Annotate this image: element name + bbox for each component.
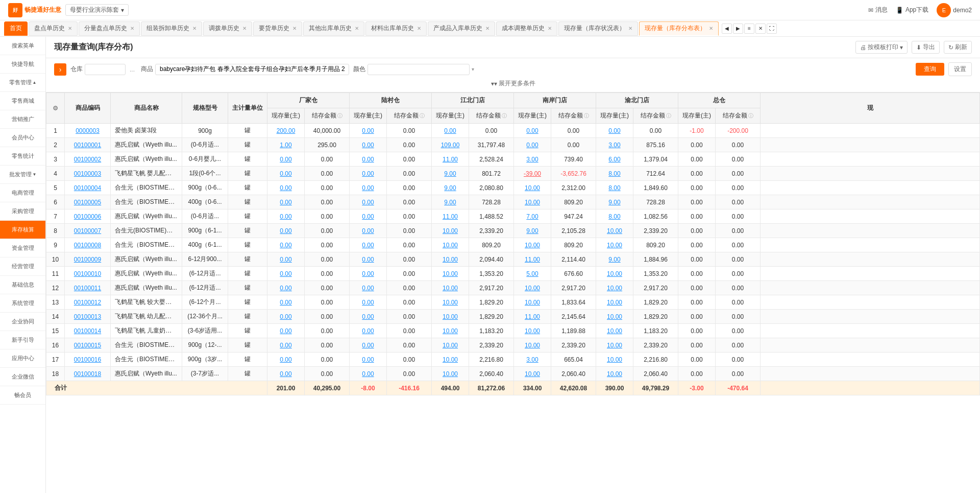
qty-link[interactable]: 0.00 <box>280 342 291 349</box>
code-link[interactable]: 00100016 <box>74 356 101 363</box>
qty-link[interactable]: 9.00 <box>526 227 538 234</box>
qty-link[interactable]: 10.00 <box>443 370 458 378</box>
qty-link[interactable]: 0.00 <box>280 285 291 292</box>
user-area[interactable]: E demo2 <box>937 3 972 17</box>
qty-link[interactable]: 8.00 <box>608 170 620 177</box>
tab-expand-btn[interactable]: ⛶ <box>767 24 777 34</box>
qty-link[interactable]: 9.00 <box>444 199 456 206</box>
qty-link[interactable]: 0.00 <box>526 142 538 149</box>
code-link[interactable]: 00100007 <box>74 227 101 234</box>
sidebar-item-ecommerce[interactable]: 电商管理 <box>0 184 45 202</box>
qty-link[interactable]: 0.00 <box>280 270 291 277</box>
tab-home[interactable]: 首页 <box>4 21 28 36</box>
close-icon[interactable]: ✕ <box>548 26 552 31</box>
collapse-btn[interactable]: › <box>54 63 66 76</box>
qty-link[interactable]: 0.00 <box>362 270 374 277</box>
code-link[interactable]: 00100005 <box>74 199 101 206</box>
refresh-btn[interactable]: ↻ 刷新 <box>944 41 972 54</box>
qty-link[interactable]: 9.00 <box>608 199 620 206</box>
qty-link[interactable]: 10.00 <box>525 327 540 335</box>
close-icon[interactable]: ✕ <box>355 26 359 31</box>
tab-cailiao-history[interactable]: 材料出库单历史 ✕ <box>365 21 427 36</box>
qty-link[interactable]: 0.00 <box>362 213 374 220</box>
close-icon[interactable]: ✕ <box>292 26 297 31</box>
qty-link[interactable]: 0.00 <box>362 256 374 263</box>
qty-link[interactable]: 10.00 <box>607 242 622 249</box>
qty-link[interactable]: 0.00 <box>280 313 291 320</box>
qty-link[interactable]: 0.00 <box>280 256 291 263</box>
code-link[interactable]: 00100012 <box>74 299 101 306</box>
sidebar-item-basic-info[interactable]: 基础信息 <box>0 276 45 294</box>
qty-link[interactable]: 109.00 <box>441 142 460 149</box>
qty-link[interactable]: 0.00 <box>362 156 374 163</box>
qty-link[interactable]: 9.00 <box>444 184 456 192</box>
tab-qita-history[interactable]: 其他出库单历史 ✕ <box>303 21 364 36</box>
qty-link[interactable]: 10.00 <box>607 285 622 292</box>
tab-yaohuo-history[interactable]: 要货单历史 ✕ <box>253 21 302 36</box>
tab-xiancun-dist[interactable]: 现存量（库存分布表） ✕ <box>639 21 719 36</box>
qty-link[interactable]: 0.00 <box>362 299 374 306</box>
qty-link[interactable]: 10.00 <box>607 356 622 363</box>
qty-link[interactable]: 11.00 <box>525 313 540 320</box>
qty-link[interactable]: 10.00 <box>443 327 458 335</box>
qty-link[interactable]: 10.00 <box>443 313 458 320</box>
qty-link[interactable]: 11.00 <box>525 256 540 263</box>
qty-link[interactable]: 0.00 <box>280 199 291 206</box>
code-link[interactable]: 00100011 <box>74 285 101 292</box>
color-input[interactable] <box>368 64 470 75</box>
close-icon[interactable]: ✕ <box>485 26 489 31</box>
code-link[interactable]: 00100014 <box>74 327 101 335</box>
qty-link[interactable]: 10.00 <box>443 342 458 349</box>
sidebar-item-quicknav[interactable]: 快捷导航 <box>0 55 45 74</box>
close-icon[interactable]: ✕ <box>68 26 72 31</box>
qty-link[interactable]: 0.00 <box>362 199 374 206</box>
sidebar-item-weixin[interactable]: 企业微信 <box>0 368 45 386</box>
close-icon[interactable]: ✕ <box>628 26 632 31</box>
qty-link[interactable]: 10.00 <box>443 285 458 292</box>
code-link[interactable]: 00100015 <box>74 342 101 349</box>
tab-close-all-btn[interactable]: ✕ <box>755 24 766 34</box>
tab-menu-btn[interactable]: ≡ <box>744 24 754 34</box>
sidebar-item-retail-stats[interactable]: 零售统计 <box>0 147 45 166</box>
sidebar-item-purchase[interactable]: 采购管理 <box>0 202 45 221</box>
code-link[interactable]: 00100002 <box>74 156 101 163</box>
sidebar-item-operations[interactable]: 经营管理 <box>0 257 45 276</box>
sidebar-item-retail-mgmt[interactable]: 零售管理 ▲ <box>0 74 45 92</box>
expand-conditions-btn[interactable]: ▾▾ 展开更多条件 <box>491 79 535 88</box>
qty-link[interactable]: 0.00 <box>280 156 291 163</box>
qty-link[interactable]: 10.00 <box>607 370 622 378</box>
qty-link[interactable]: 8.00 <box>608 213 620 220</box>
tab-pangdan-history[interactable]: 盘点单历史 ✕ <box>29 21 78 36</box>
sidebar-item-guide[interactable]: 新手引导 <box>0 331 45 349</box>
code-link[interactable]: 00100009 <box>74 256 101 263</box>
sidebar-item-collab[interactable]: 企业协同 <box>0 313 45 331</box>
qty-link[interactable]: 10.00 <box>607 342 622 349</box>
tab-chengben-history[interactable]: 成本调整单历史 ✕ <box>496 21 557 36</box>
export-btn[interactable]: ⬇ 导出 <box>912 41 940 54</box>
qty-link[interactable]: 10.00 <box>607 270 622 277</box>
close-icon[interactable]: ✕ <box>130 26 134 31</box>
message-btn[interactable]: ✉ 消息 <box>868 6 888 14</box>
qty-link[interactable]: 10.00 <box>443 227 458 234</box>
qty-link[interactable]: 0.00 <box>608 127 620 134</box>
code-link[interactable]: 00100004 <box>74 184 101 192</box>
qty-link[interactable]: 5.00 <box>526 270 538 277</box>
qty-link[interactable]: 0.00 <box>280 299 291 306</box>
qty-link[interactable]: 0.00 <box>280 227 291 234</box>
query-btn[interactable]: 查询 <box>916 63 944 76</box>
qty-link[interactable]: 8.00 <box>608 184 620 192</box>
qty-link[interactable]: 7.00 <box>526 213 538 220</box>
qty-link[interactable]: 0.00 <box>362 142 374 149</box>
tab-fenliang-history[interactable]: 分量盘点单历史 ✕ <box>79 21 140 36</box>
qty-link[interactable]: 11.00 <box>443 213 458 220</box>
qty-link[interactable]: 10.00 <box>525 242 540 249</box>
qty-link[interactable]: 10.00 <box>607 299 622 306</box>
qty-link[interactable]: 10.00 <box>443 242 458 249</box>
qty-link[interactable]: 10.00 <box>607 227 622 234</box>
qty-link[interactable]: 0.00 <box>362 285 374 292</box>
qty-link[interactable]: 9.00 <box>608 256 620 263</box>
qty-link[interactable]: 0.00 <box>362 170 374 177</box>
qty-link[interactable]: 10.00 <box>443 256 458 263</box>
info-icon[interactable]: ⓘ <box>420 113 425 119</box>
gear-icon[interactable]: ⚙ <box>53 105 58 112</box>
